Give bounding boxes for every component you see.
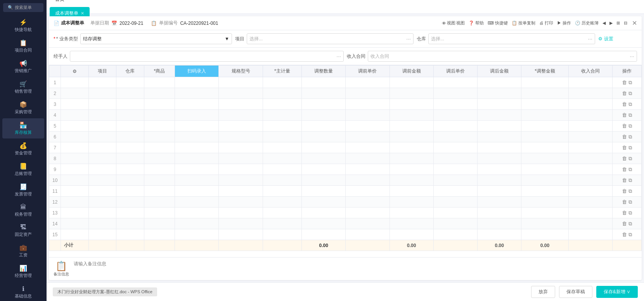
cell-warehouse-11[interactable] [116,186,144,197]
sidebar-item-ledger-mgmt[interactable]: 📒总账管理 [2,159,44,180]
copy-btn-14[interactable]: ⧉ [628,221,632,227]
cell-before_price-14[interactable] [346,218,390,229]
cell-project-12[interactable] [88,197,116,208]
cell-product-3[interactable] [144,99,175,110]
cell-before_price-11[interactable] [346,186,390,197]
discard-button[interactable]: 放弃 [531,286,555,298]
cell-after_amount-14[interactable] [478,218,521,229]
cell-after_price-1[interactable] [433,77,477,88]
cell-before_amount-6[interactable] [390,131,433,142]
cell-qty-11[interactable] [302,186,346,197]
cell-warehouse-2[interactable] [116,88,144,99]
action-expand[interactable]: ⊞ [616,21,620,26]
cell-income_contract-10[interactable] [568,175,612,186]
cell-warehouse-4[interactable] [116,110,144,121]
cell-settings-1[interactable] [61,77,88,88]
cell-income_contract-1[interactable] [568,77,612,88]
cell-after_amount-10[interactable] [478,175,521,186]
cell-after_amount-5[interactable] [478,121,521,131]
cell-after_price-8[interactable] [433,153,477,164]
cell-before_price-4[interactable] [346,110,390,121]
cell-adjust_amount-7[interactable] [521,142,568,153]
cell-unit-1[interactable] [263,77,301,88]
cell-adjust_amount-3[interactable] [521,99,568,110]
cell-spec-3[interactable] [219,99,263,110]
cell-income_contract-14[interactable] [568,218,612,229]
cell-spec-12[interactable] [219,197,263,208]
cell-warehouse-7[interactable] [116,142,144,153]
cell-qty-8[interactable] [302,153,346,164]
cell-before_amount-9[interactable] [390,164,433,175]
cell-before_price-3[interactable] [346,99,390,110]
cell-warehouse-12[interactable] [116,197,144,208]
sidebar-item-quick-nav[interactable]: ⚡快捷导航 [2,16,44,36]
cell-scan-15[interactable] [175,229,219,240]
cell-after_amount-11[interactable] [478,186,521,197]
cell-qty-2[interactable] [302,88,346,99]
cell-before_amount-8[interactable] [390,153,433,164]
cell-warehouse-3[interactable] [116,99,144,110]
cell-spec-7[interactable] [219,142,263,153]
cell-after_price-10[interactable] [433,175,477,186]
copy-btn-1[interactable]: ⧉ [628,80,632,86]
tab-home[interactable]: 首页 [50,0,90,7]
note-input[interactable] [74,261,637,276]
sidebar-item-inventory[interactable]: 🏪库存核算 [2,118,44,138]
copy-btn-2[interactable]: ⧉ [628,90,632,97]
cell-project-6[interactable] [88,131,116,142]
cell-after_price-11[interactable] [433,186,477,197]
cell-scan-6[interactable] [175,131,219,142]
cell-before_amount-10[interactable] [390,175,433,186]
cell-scan-5[interactable] [175,121,219,131]
delete-btn-5[interactable]: 🗑 [622,123,627,129]
cell-scan-4[interactable] [175,110,219,121]
cell-after_price-4[interactable] [433,110,477,121]
cell-product-4[interactable] [144,110,175,121]
cell-unit-13[interactable] [263,208,301,218]
copy-btn-11[interactable]: ⧉ [628,188,632,194]
cell-scan-2[interactable] [175,88,219,99]
copy-btn-6[interactable]: ⧉ [628,134,632,140]
cell-unit-6[interactable] [263,131,301,142]
project-input[interactable]: 选择... ··· [247,33,414,44]
cell-unit-8[interactable] [263,153,301,164]
cell-before_price-13[interactable] [346,208,390,218]
cell-scan-12[interactable] [175,197,219,208]
copy-btn-12[interactable]: ⧉ [628,199,632,205]
cell-settings-12[interactable] [61,197,88,208]
cell-settings-5[interactable] [61,121,88,131]
sidebar-item-tax-mgmt[interactable]: 🏛税务管理 [2,201,44,220]
save-draft-button[interactable]: 保存草稿 [559,286,592,298]
cell-unit-2[interactable] [263,88,301,99]
cell-after_amount-2[interactable] [478,88,521,99]
cell-before_amount-7[interactable] [390,142,433,153]
cell-project-15[interactable] [88,229,116,240]
cell-spec-4[interactable] [219,110,263,121]
cell-project-5[interactable] [88,121,116,131]
cell-product-12[interactable] [144,197,175,208]
copy-btn-7[interactable]: ⧉ [628,145,632,151]
action-print[interactable]: 🖨 打印 [539,20,553,26]
biz-type-input[interactable]: 结存调整 ▼ [80,33,232,44]
cell-before_price-1[interactable] [346,77,390,88]
cell-unit-12[interactable] [263,197,301,208]
cell-income_contract-15[interactable] [568,229,612,240]
save-new-button[interactable]: 保存&新增 ∨ [596,286,638,298]
cell-before_amount-15[interactable] [390,229,433,240]
cell-income_contract-3[interactable] [568,99,612,110]
cell-settings-13[interactable] [61,208,88,218]
cell-settings-7[interactable] [61,142,88,153]
cell-after_price-9[interactable] [433,164,477,175]
cell-scan-7[interactable] [175,142,219,153]
tab-close-cost-adjust[interactable]: ✕ [81,11,84,16]
cell-warehouse-15[interactable] [116,229,144,240]
cell-settings-3[interactable] [61,99,88,110]
cell-adjust_amount-12[interactable] [521,197,568,208]
sidebar-item-sales-mgmt[interactable]: 🛒销售管理 [2,77,44,97]
cell-before_price-8[interactable] [346,153,390,164]
delete-btn-3[interactable]: 🗑 [622,101,627,107]
cell-settings-4[interactable] [61,110,88,121]
cell-adjust_amount-10[interactable] [521,175,568,186]
cell-qty-14[interactable] [302,218,346,229]
sidebar-item-project-contract[interactable]: 📋项目合同 [2,36,44,56]
